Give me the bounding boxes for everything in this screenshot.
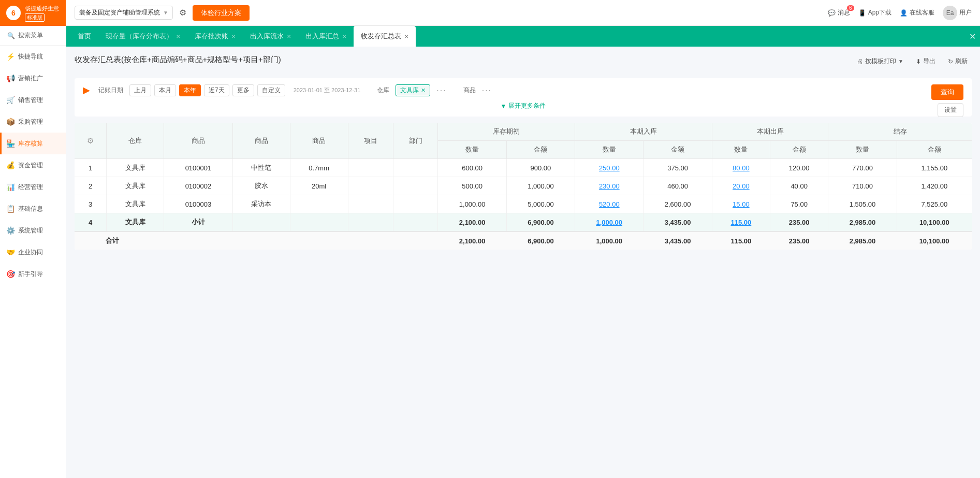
basic-label: 基础信息 [18, 205, 43, 213]
goods-filter-label: 商品 [463, 86, 476, 95]
app-download-button[interactable]: 📱 App下载 [858, 8, 891, 17]
sidebar-item-corp[interactable]: 🤝 企业协同 [0, 241, 66, 263]
tab-close-recv-summary[interactable]: ✕ [404, 34, 408, 39]
sidebar-item-sales[interactable]: 🛒 销售管理 [0, 89, 66, 111]
cell-open-amt: 900.00 [506, 159, 575, 177]
query-button[interactable]: 查询 [931, 84, 963, 100]
col-in-qty: 数量 [575, 141, 643, 159]
avatar: Ea [943, 6, 957, 20]
cell-close-qty: 770.00 [828, 159, 897, 177]
cell-dept [393, 159, 438, 177]
cell-in-qty[interactable]: 230.00 [575, 177, 643, 195]
tab-inout-summary-label: 出入库汇总 [305, 32, 339, 41]
filter-expand-arrow[interactable]: ▶ [83, 84, 90, 96]
date-btn-this-year[interactable]: 本年 [179, 84, 201, 96]
warehouse-tag-close[interactable]: ✕ [421, 87, 426, 94]
col-goods-code: 商品 [164, 123, 232, 159]
tab-batch[interactable]: 库存批次账 ✕ [187, 26, 243, 47]
marketing-label: 营销推广 [18, 74, 43, 83]
online-service-button[interactable]: 👤 在线客服 [900, 8, 934, 17]
trial-button[interactable]: 体验行业方案 [193, 5, 250, 21]
filter-settings-button[interactable]: 设置 [938, 103, 963, 117]
chevron-down-icon: ▼ [163, 10, 168, 16]
sidebar-item-finance[interactable]: 💰 资金管理 [0, 154, 66, 176]
sidebar-item-purchase[interactable]: 📦 采购管理 [0, 111, 66, 133]
date-btn-this-month[interactable]: 本月 [154, 84, 176, 96]
footer-label: 合计 [75, 231, 438, 250]
in-qty-cell[interactable]: 520.00 [599, 200, 620, 208]
table-row: 2 文具库 0100002 胶水 20ml 500.00 1,000.00 23… [75, 177, 972, 195]
cell-in-qty[interactable]: 520.00 [575, 195, 643, 213]
cell-in-qty[interactable]: 1,000.00 [575, 213, 643, 232]
tab-close-inout-summary[interactable]: ✕ [342, 34, 346, 39]
refresh-button[interactable]: ↻ 刷新 [944, 55, 972, 68]
export-button[interactable]: ⬇ 导出 [912, 55, 940, 68]
date-btn-more[interactable]: 更多 [232, 84, 254, 96]
cell-out-qty[interactable]: 80.00 [712, 159, 770, 177]
tab-home-label: 首页 [78, 32, 91, 41]
table-row: 1 文具库 0100001 中性笔 0.7mm 600.00 900.00 25… [75, 159, 972, 177]
sidebar-item-guide[interactable]: 🎯 新手引导 [0, 263, 66, 285]
message-button[interactable]: 💬 消息 6 [828, 8, 850, 17]
tab-close-inout-flow[interactable]: ✕ [287, 34, 291, 39]
sidebar-item-basic[interactable]: 📋 基础信息 [0, 198, 66, 220]
tab-home[interactable]: 首页 [70, 26, 98, 47]
out-qty-cell[interactable]: 80.00 [733, 164, 750, 172]
cell-dept [393, 195, 438, 213]
col-project: 项目 [348, 123, 393, 159]
system-label: 系统管理 [18, 226, 43, 235]
col-goods-spec: 商品 [290, 123, 348, 159]
cell-spec: 20ml [290, 177, 348, 195]
footer-out-amt: 235.00 [770, 231, 828, 250]
in-qty-cell[interactable]: 250.00 [599, 164, 620, 172]
cell-close-qty: 1,505.00 [828, 195, 897, 213]
business-icon: 📊 [6, 182, 15, 192]
col-gear[interactable]: ⚙ [75, 123, 107, 159]
footer-open-amt: 6,900.00 [506, 231, 575, 250]
sys-select[interactable]: 装备及固定资产辅助管理系统 ▼ [75, 6, 173, 20]
table-gear-icon[interactable]: ⚙ [87, 136, 94, 145]
date-btn-last-month[interactable]: 上月 [129, 84, 151, 96]
tabbar-close-icon[interactable]: ✕ [969, 32, 976, 41]
user-avatar[interactable]: Ea 用户 [943, 6, 972, 20]
footer-close-qty: 2,985.00 [828, 231, 897, 250]
cell-in-amt: 3,435.00 [643, 213, 712, 232]
tab-close-inventory-dist[interactable]: ✕ [176, 34, 180, 39]
sidebar-item-quick[interactable]: ⚡ 快捷导航 [0, 46, 66, 67]
corp-label: 企业协同 [18, 248, 43, 257]
cell-out-qty[interactable]: 115.00 [712, 213, 770, 232]
tab-inventory-dist[interactable]: 现存量（库存分布表） ✕ [98, 26, 187, 47]
tab-inout-flow[interactable]: 出入库流水 ✕ [243, 26, 298, 47]
out-qty-cell[interactable]: 15.00 [733, 200, 750, 208]
basic-icon: 📋 [6, 204, 15, 213]
cell-out-qty[interactable]: 20.00 [712, 177, 770, 195]
print-template-button[interactable]: 🖨 按模板打印 ▼ [853, 55, 908, 68]
sys-name: 装备及固定资产辅助管理系统 [79, 8, 160, 17]
cell-name: 中性笔 [232, 159, 290, 177]
in-qty-cell[interactable]: 230.00 [599, 182, 620, 190]
cell-out-qty[interactable]: 15.00 [712, 195, 770, 213]
sidebar-logo: 6 畅捷通好生意 标准版 [0, 0, 66, 26]
warehouse-more-icon[interactable]: ··· [436, 86, 446, 95]
in-qty-cell: 1,000.00 [596, 219, 622, 226]
sidebar-item-business[interactable]: 📊 经营管理 [0, 176, 66, 198]
cell-code: 0100002 [164, 177, 232, 195]
cell-close-amt: 1,420.00 [897, 177, 972, 195]
expand-filter-button[interactable]: ▼ 展开更多条件 [501, 102, 546, 110]
out-qty-cell[interactable]: 20.00 [733, 182, 750, 190]
sidebar-item-inventory[interactable]: 🏪 库存核算 [0, 133, 66, 154]
sidebar-item-system[interactable]: ⚙️ 系统管理 [0, 220, 66, 241]
search-menu-item[interactable]: 🔍 搜索菜单 [0, 26, 66, 46]
tab-close-batch[interactable]: ✕ [231, 34, 236, 39]
goods-more-icon[interactable]: ··· [482, 86, 492, 95]
col-group-out: 本期出库 [712, 123, 828, 141]
cell-warehouse: 文具库 [107, 213, 164, 232]
tab-inout-summary[interactable]: 出入库汇总 ✕ [298, 26, 354, 47]
date-btn-custom[interactable]: 自定义 [257, 84, 285, 96]
gear-icon[interactable]: ⚙ [179, 8, 186, 18]
date-btn-7days[interactable]: 近7天 [204, 84, 229, 96]
cell-in-qty[interactable]: 250.00 [575, 159, 643, 177]
sidebar-item-marketing[interactable]: 📢 营销推广 [0, 67, 66, 89]
tab-recv-summary[interactable]: 收发存汇总表 ✕ [354, 26, 416, 47]
quick-icon: ⚡ [6, 52, 15, 61]
